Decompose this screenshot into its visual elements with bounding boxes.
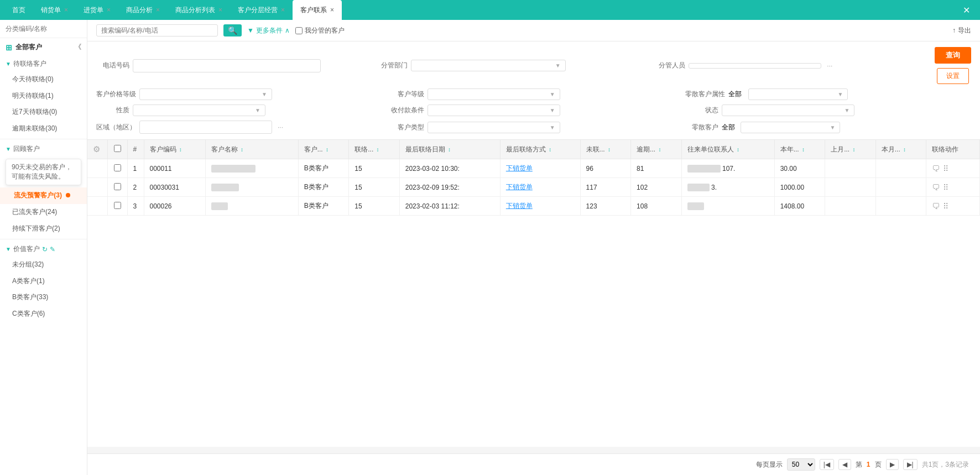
- tab-customer-layer-close[interactable]: ×: [281, 6, 285, 14]
- payment-select[interactable]: ▼: [428, 105, 560, 116]
- my-customers-checkbox-wrap[interactable]: 我分管的客户: [295, 26, 345, 35]
- col-level[interactable]: 客户... ↕: [298, 140, 349, 159]
- col-name[interactable]: 客户名称 ↕: [205, 140, 298, 159]
- sidebar-search-input[interactable]: [6, 25, 87, 33]
- sidebar-item-tomorrow[interactable]: 明天待联络(1): [0, 88, 87, 105]
- tab-sales-close[interactable]: ×: [64, 6, 68, 14]
- tab-product-list-close[interactable]: ×: [218, 6, 222, 14]
- tab-customer-contact[interactable]: 客户联系 ×: [293, 0, 342, 20]
- tab-customer-contact-close[interactable]: ×: [330, 6, 334, 14]
- value-refresh-icon[interactable]: ↻: [42, 246, 48, 253]
- row2-method[interactable]: 下销货单: [500, 178, 580, 197]
- zero-retail-select[interactable]: ▼: [741, 122, 840, 133]
- value-group[interactable]: ▼ 价值客户 ↻ ✎: [0, 242, 87, 257]
- col-this-year[interactable]: 本年... ↕: [774, 140, 825, 159]
- sidebar-item-ungrouped[interactable]: 未分组(32): [0, 257, 87, 273]
- col-last-month-sort-icon[interactable]: ↕: [853, 147, 856, 153]
- row3-method-link[interactable]: 下销货单: [506, 202, 533, 210]
- zero-attr-select[interactable]: ▼: [748, 88, 848, 100]
- pagination-last-button[interactable]: ▶|: [903, 459, 918, 470]
- col-this-year-sort-icon[interactable]: ↕: [802, 147, 805, 153]
- nature-select[interactable]: ▼: [133, 105, 265, 116]
- query-button[interactable]: 查询: [935, 47, 971, 64]
- window-close-button[interactable]: ✕: [957, 5, 976, 15]
- sidebar-collapse-icon[interactable]: 《: [75, 43, 81, 52]
- col-settings[interactable]: ⚙: [87, 140, 107, 159]
- tab-customer-layer[interactable]: 客户分层经营 ×: [230, 0, 293, 20]
- all-customers-title[interactable]: ⊞ 全部客户 《: [0, 38, 87, 56]
- price-level-select[interactable]: ▼: [139, 88, 272, 100]
- settings-button[interactable]: 设置: [937, 68, 969, 84]
- row1-checkbox[interactable]: [114, 164, 121, 171]
- tab-product-analysis[interactable]: 商品分析 ×: [118, 0, 168, 20]
- pagination-prev-button[interactable]: ◀: [838, 459, 851, 470]
- col-method-sort-icon[interactable]: ↕: [549, 147, 551, 153]
- search-input[interactable]: [101, 27, 213, 34]
- tab-home[interactable]: 首页: [4, 0, 33, 20]
- sidebar-item-overdue[interactable]: 逾期未联络(30): [0, 121, 87, 137]
- per-page-select[interactable]: 50 100 200: [787, 458, 815, 471]
- pending-contact-group[interactable]: ▼ 待联络客户: [0, 56, 87, 71]
- col-overdue[interactable]: 逾期... ↕: [631, 140, 682, 159]
- col-last-contact-method[interactable]: 最后联络方式 ↕: [500, 140, 580, 159]
- col-date-sort-icon[interactable]: ↕: [448, 147, 451, 153]
- col-contact-sort-icon[interactable]: ↕: [377, 147, 379, 153]
- horizontal-scrollbar[interactable]: [87, 447, 980, 453]
- tab-product-list[interactable]: 商品分析列表 ×: [168, 0, 230, 20]
- dept-select[interactable]: ▼: [411, 60, 566, 71]
- col-unit-contact-sort-icon[interactable]: ↕: [737, 147, 739, 153]
- row3-method[interactable]: 下销货单: [500, 197, 580, 216]
- sidebar-item-a-class[interactable]: A类客户(1): [0, 273, 87, 290]
- row2-chat-icon[interactable]: 🗨: [932, 183, 940, 192]
- pagination-next-button[interactable]: ▶: [886, 459, 899, 470]
- customer-level-select[interactable]: ▼: [428, 88, 560, 100]
- export-button[interactable]: ↑ 导出: [952, 26, 971, 35]
- value-edit-icon[interactable]: ✎: [50, 246, 55, 253]
- sidebar-item-today[interactable]: 今天待联络(0): [0, 71, 87, 88]
- status-select[interactable]: ▼: [722, 105, 854, 116]
- row1-method-link[interactable]: 下销货单: [506, 164, 533, 172]
- col-last-month[interactable]: 上月... ↕: [825, 140, 876, 159]
- col-uncontacted[interactable]: 未联... ↕: [580, 140, 631, 159]
- col-contact[interactable]: 联络... ↕: [349, 140, 400, 159]
- row2-method-link[interactable]: 下销货单: [506, 183, 533, 191]
- customer-type-select[interactable]: ▼: [428, 122, 560, 133]
- sidebar-item-churn-warning[interactable]: 流失预警客户(3): [0, 187, 87, 204]
- person-dots[interactable]: ···: [827, 62, 832, 70]
- col-level-sort-icon[interactable]: ↕: [326, 147, 329, 153]
- row1-chat-icon[interactable]: 🗨: [932, 164, 940, 173]
- tab-purchase[interactable]: 进货单 ×: [76, 0, 118, 20]
- sidebar-item-7days[interactable]: 近7天待联络(0): [0, 104, 87, 121]
- more-filters-button[interactable]: ▼ 更多条件 ∧: [247, 26, 290, 35]
- row3-chat-icon[interactable]: 🗨: [932, 202, 940, 211]
- col-this-month[interactable]: 本月... ↕: [875, 140, 926, 159]
- person-select[interactable]: [689, 63, 821, 69]
- row2-more-icon[interactable]: ⠿: [943, 183, 948, 192]
- row3-more-icon[interactable]: ⠿: [943, 202, 948, 211]
- sidebar-item-c-class[interactable]: C类客户(6): [0, 306, 87, 322]
- phone-input[interactable]: [133, 59, 321, 72]
- sidebar-item-declining[interactable]: 持续下滑客户(2): [0, 221, 87, 237]
- col-code-sort-icon[interactable]: ↕: [179, 147, 182, 153]
- col-last-contact-date[interactable]: 最后联络日期 ↕: [399, 140, 500, 159]
- row1-more-icon[interactable]: ⠿: [943, 164, 948, 173]
- select-all-checkbox[interactable]: [114, 145, 121, 152]
- area-input[interactable]: [139, 121, 272, 134]
- my-customers-checkbox[interactable]: [295, 27, 303, 34]
- col-unit-contact[interactable]: 往来单位联系人 ↕: [681, 140, 774, 159]
- area-dots[interactable]: ···: [278, 123, 283, 131]
- sidebar-item-churned[interactable]: 已流失客户(24): [0, 204, 87, 221]
- sidebar-item-b-class[interactable]: B类客户(33): [0, 289, 87, 306]
- row1-method[interactable]: 下销货单: [500, 159, 580, 178]
- tab-purchase-close[interactable]: ×: [107, 6, 111, 14]
- row3-checkbox[interactable]: [114, 202, 121, 209]
- col-this-month-sort-icon[interactable]: ↕: [903, 147, 906, 153]
- col-code[interactable]: 客户编码 ↕: [144, 140, 205, 159]
- col-name-sort-icon[interactable]: ↕: [241, 147, 243, 153]
- tab-product-analysis-close[interactable]: ×: [156, 6, 160, 14]
- row2-checkbox[interactable]: [114, 183, 121, 190]
- settings-gear-icon[interactable]: ⚙: [93, 144, 100, 154]
- churn-group[interactable]: ▼ 回顾客户: [0, 142, 87, 156]
- pagination-first-button[interactable]: |◀: [820, 459, 834, 470]
- tab-sales[interactable]: 销货单 ×: [33, 0, 76, 20]
